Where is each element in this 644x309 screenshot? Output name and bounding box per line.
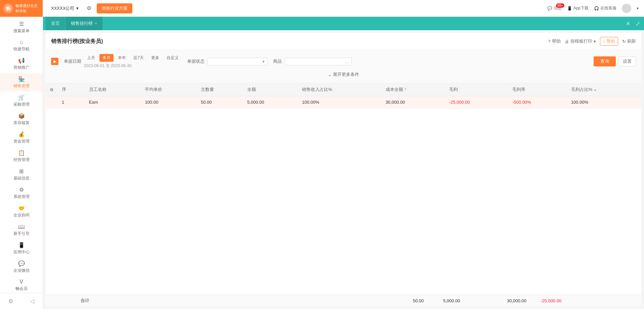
refresh-btn[interactable]: ↻ 刷新 bbox=[622, 38, 636, 44]
expand-down-icon: ⌄ bbox=[328, 72, 332, 77]
page-header: 销售排行榜(按业务员) ? 帮助 🖨 按模板打印 ▾ ↑ 导出 bbox=[46, 33, 641, 50]
sidebar-item-wechat[interactable]: 💬企业微信 bbox=[0, 258, 43, 276]
gross-pct-sort-icon[interactable]: ▲ bbox=[594, 88, 597, 92]
sidebar-label-guide: 新手引导 bbox=[13, 231, 30, 237]
table-header-row: ⚙ 序 员工名称 平均单价 主数量 全额 销售收入占比% 成本全额 ? 毛利 毛… bbox=[46, 83, 641, 96]
sidebar-item-search[interactable]: ☰搜索菜单 bbox=[0, 18, 43, 37]
sidebar-item-enterprise[interactable]: 🤝企业协同 bbox=[0, 202, 43, 221]
filter-expand-arrow[interactable]: ▶ bbox=[51, 58, 58, 65]
help-btn[interactable]: ? 帮助 bbox=[548, 38, 560, 44]
status-select[interactable]: ▾ bbox=[207, 58, 268, 65]
date-tab-7days[interactable]: 近7天 bbox=[130, 54, 147, 62]
th-gross-rate: 毛利率 bbox=[508, 83, 567, 96]
tab-sales-ranking[interactable]: 销售排行榜 × bbox=[66, 17, 103, 30]
app-download-btn[interactable]: 📱 App下载 bbox=[567, 5, 589, 11]
sidebar-bottom: ⚙ ◁ bbox=[0, 293, 43, 309]
cell-cost: 30,000.00 bbox=[382, 96, 445, 108]
tab-close-window-btn[interactable]: ✕ bbox=[625, 19, 632, 28]
query-button[interactable]: 查询 bbox=[594, 56, 616, 66]
expand-more-label: 展开更多条件 bbox=[333, 71, 359, 78]
user-name[interactable]: ▾ bbox=[637, 6, 639, 11]
sidebar-label-app-center: 应用中心 bbox=[13, 249, 30, 255]
sales-ranking-tab-label: 销售排行榜 bbox=[71, 20, 93, 27]
online-service-btn[interactable]: 🎧 在线客服 bbox=[594, 5, 616, 11]
template-print-label: 按模板打印 bbox=[570, 38, 592, 44]
sidebar-icon-quick-nav: ⌂ bbox=[20, 39, 23, 45]
refresh-label: 刷新 bbox=[627, 38, 636, 44]
help-label: 帮助 bbox=[552, 38, 561, 44]
company-dropdown-icon: ▾ bbox=[76, 6, 79, 11]
cell-amount: 5,000.00 bbox=[243, 96, 298, 108]
print-icon: 🖨 bbox=[565, 39, 569, 44]
sidebar-item-guide[interactable]: 📖新手引导 bbox=[0, 221, 43, 239]
template-print-btn[interactable]: 🖨 按模板打印 ▾ bbox=[565, 38, 596, 44]
sidebar-item-marketing[interactable]: 📢营销推广 bbox=[0, 55, 43, 73]
th-rank: 序 bbox=[58, 83, 85, 96]
sidebar-settings-btn[interactable]: ⚙ bbox=[7, 297, 14, 306]
sidebar-icon-enterprise: 🤝 bbox=[18, 205, 25, 211]
date-tab-current-month[interactable]: 本月 bbox=[99, 54, 114, 62]
cost-help-icon[interactable]: ? bbox=[404, 87, 406, 92]
sidebar-icon-finance: 💰 bbox=[18, 131, 25, 138]
sidebar-item-basic[interactable]: ⊞基础信息 bbox=[0, 165, 43, 184]
th-settings[interactable]: ⚙ bbox=[46, 83, 58, 96]
footer-cost: 30,000.00 bbox=[503, 298, 536, 303]
export-label: 导出 bbox=[606, 38, 615, 44]
user-avatar[interactable] bbox=[622, 4, 631, 13]
sidebar-label-finance: 资金管理 bbox=[13, 139, 30, 144]
tab-home[interactable]: 首页 bbox=[46, 17, 66, 30]
sidebar-item-app-center[interactable]: 📱应用中心 bbox=[0, 239, 43, 258]
th-avg-price: 平均单价 bbox=[141, 83, 197, 96]
app-download-label: App下载 bbox=[573, 5, 589, 11]
app-download-icon: 📱 bbox=[567, 6, 572, 11]
header-right: 💬 消息 99+ 📱 App下载 🎧 在线客服 ▾ bbox=[547, 4, 639, 13]
refresh-icon: ↻ bbox=[622, 39, 626, 44]
message-btn[interactable]: 💬 消息 99+ bbox=[547, 5, 562, 11]
logo: 畅 畅康通好生意 标准版 bbox=[0, 0, 43, 17]
date-tab-prev-month[interactable]: 上月 bbox=[84, 54, 98, 62]
goods-input-more-icon: ... bbox=[345, 59, 349, 64]
export-icon: ↑ bbox=[603, 39, 605, 44]
sidebar-collapse-btn[interactable]: ◁ bbox=[29, 297, 36, 306]
sidebar-item-inventory[interactable]: 📦库存核算 bbox=[0, 110, 43, 128]
sidebar-label-operations: 经营管理 bbox=[13, 157, 30, 163]
sidebar: 畅 畅康通好生意 标准版 ☰搜索菜单⌂快捷导航📢营销推广🏪销售管理🛒采购管理📦库… bbox=[0, 0, 43, 309]
sidebar-label-search: 搜索菜单 bbox=[13, 28, 30, 34]
sidebar-icon-search: ☰ bbox=[19, 21, 24, 27]
cell-gross: -25,000.00 bbox=[445, 96, 509, 108]
sidebar-label-sales: 销售管理 bbox=[13, 83, 30, 89]
sidebar-item-finance[interactable]: 💰资金管理 bbox=[0, 128, 43, 147]
settings-gear-btn[interactable]: ⚙ bbox=[85, 4, 93, 13]
date-tab-custom[interactable]: 自定义 bbox=[164, 54, 182, 62]
tab-close-btn[interactable]: × bbox=[95, 21, 97, 26]
page-title: 销售排行榜(按业务员) bbox=[51, 38, 103, 45]
sidebar-icon-sales: 🏪 bbox=[18, 76, 25, 82]
sidebar-item-operations[interactable]: 📋经营管理 bbox=[0, 147, 43, 165]
status-select-arrow: ▾ bbox=[262, 59, 265, 64]
footer-amount: 5,000.00 bbox=[439, 298, 469, 303]
help-icon: ? bbox=[548, 39, 550, 44]
message-badge: 99+ bbox=[556, 3, 564, 8]
sidebar-item-quick-nav[interactable]: ⌂快捷导航 bbox=[0, 37, 43, 55]
sidebar-icon-wechat: 💬 bbox=[18, 260, 25, 267]
goods-input[interactable]: ... bbox=[285, 58, 352, 65]
export-btn[interactable]: ↑ 导出 bbox=[600, 37, 618, 46]
online-service-label: 在线客服 bbox=[600, 5, 616, 11]
sidebar-item-sales[interactable]: 🏪销售管理 bbox=[0, 73, 43, 92]
sidebar-icon-guide: 📖 bbox=[18, 223, 25, 230]
sidebar-item-system[interactable]: ⚙系统管理 bbox=[0, 184, 43, 202]
filter-settings-button[interactable]: 设置 bbox=[618, 56, 636, 66]
tab-maximize-btn[interactable]: ⤢ bbox=[634, 19, 641, 28]
sidebar-menu: ☰搜索菜单⌂快捷导航📢营销推广🏪销售管理🛒采购管理📦库存核算💰资金管理📋经营管理… bbox=[0, 17, 43, 293]
sidebar-item-purchase[interactable]: 🛒采购管理 bbox=[0, 92, 43, 110]
expand-more-btn[interactable]: ⌄ 展开更多条件 bbox=[51, 70, 636, 79]
message-icon: 💬 bbox=[547, 6, 552, 11]
trial-button[interactable]: 体验行业方案 bbox=[97, 3, 132, 13]
company-selector[interactable]: XXXXX公司 ▾ bbox=[48, 4, 81, 13]
date-tab-more[interactable]: 更多 bbox=[148, 54, 162, 62]
date-tab-current-year[interactable]: 本年 bbox=[115, 54, 129, 62]
sidebar-item-member[interactable]: V畅会员 bbox=[0, 276, 43, 293]
company-name: XXXXX公司 bbox=[51, 5, 74, 11]
date-filter-label: 单据日期 bbox=[64, 58, 81, 64]
th-name: 员工名称 bbox=[85, 83, 141, 96]
